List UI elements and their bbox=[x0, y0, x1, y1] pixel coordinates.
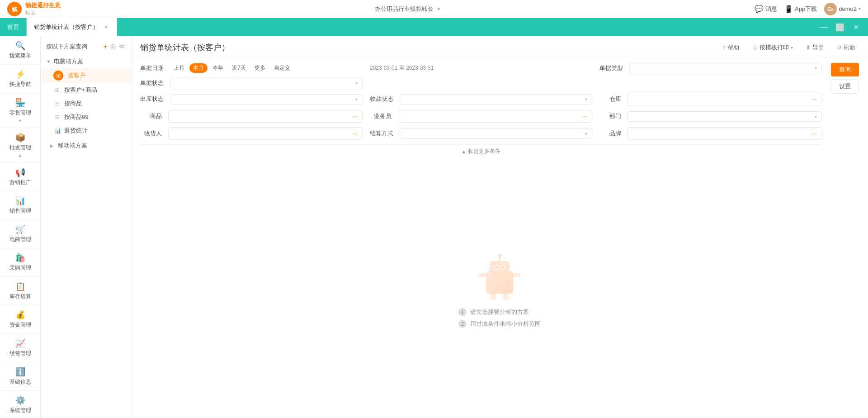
query-btn[interactable]: 查询 bbox=[831, 63, 859, 76]
filter-out-status: 出库状态 ▾ bbox=[140, 94, 363, 104]
user-profile[interactable]: Ea demo2 ▾ bbox=[824, 3, 861, 15]
purchase-icon: 🛍️ bbox=[15, 253, 25, 263]
tab-bar-actions: — ⬜ ✕ bbox=[817, 21, 868, 33]
system-icon: ⚙️ bbox=[15, 395, 25, 405]
logo-icon: 畅 bbox=[7, 2, 22, 16]
date-tab-this-month[interactable]: 本月 bbox=[189, 63, 208, 73]
tree-group-mobile-label[interactable]: ▶ 移动端方案 bbox=[41, 139, 131, 152]
inventory-icon: 📋 bbox=[15, 281, 25, 291]
retail-icon: 🏪 bbox=[15, 98, 25, 108]
tab-close-window-btn[interactable]: ✕ bbox=[850, 21, 863, 33]
export-btn[interactable]: ⬇ 导出 bbox=[802, 42, 828, 53]
tree-item-return-stats[interactable]: 📊 退货统计 bbox=[41, 124, 131, 138]
active-dot: 按 bbox=[53, 71, 63, 81]
sidebar-item-quick-nav[interactable]: ⚡ 快捷导航 bbox=[0, 65, 40, 93]
industry-selector[interactable]: 办公用品行业模拟账套 ▾ bbox=[375, 5, 440, 13]
svg-rect-11 bbox=[512, 273, 520, 277]
refresh-btn[interactable]: ↺ 刷新 bbox=[833, 42, 859, 53]
doc-status-select[interactable]: ▾ bbox=[170, 78, 363, 88]
sidebar-item-ecommerce[interactable]: 🛒 电商管理 bbox=[0, 220, 40, 248]
add-scheme-btn[interactable]: + bbox=[104, 43, 108, 51]
tab-minimize-btn[interactable]: — bbox=[817, 21, 830, 33]
out-status-select[interactable]: ▾ bbox=[170, 94, 363, 104]
empty-illustration bbox=[472, 248, 527, 303]
dept-chevron: ▾ bbox=[815, 114, 817, 119]
sidebar: 🔍 搜索菜单 ⚡ 快捷导航 🏪 零售管理 ▾ 📦 批发管理 ▲ 📢 营销推广 bbox=[0, 36, 41, 418]
sidebar-item-retail[interactable]: 🏪 零售管理 ▾ bbox=[0, 93, 40, 128]
dept-label: 部门 bbox=[599, 112, 625, 120]
operations-icon: 📈 bbox=[15, 338, 25, 348]
filter-product: 商品 ··· bbox=[140, 110, 363, 123]
filter-grid: 单据日期 上月 本月 本年 近7天 更多 自定义 2023-03-0 bbox=[140, 63, 822, 158]
tree-item-by-customer[interactable]: 按 按客户 bbox=[41, 68, 131, 83]
help-icon: ? bbox=[722, 44, 726, 51]
sidebar-item-marketing[interactable]: 📢 营销推广 bbox=[0, 163, 40, 191]
panel-header-actions: + ◎ ≪ bbox=[104, 43, 125, 51]
settlement-select[interactable]: ▾ bbox=[400, 128, 592, 139]
main-layout: 🔍 搜索菜单 ⚡ 快捷导航 🏪 零售管理 ▾ 📦 批发管理 ▲ 📢 营销推广 bbox=[0, 36, 868, 418]
sidebar-item-finance[interactable]: 💰 资金管理 bbox=[0, 305, 40, 334]
svg-rect-10 bbox=[479, 273, 487, 277]
tab-maximize-btn[interactable]: ⬜ bbox=[834, 21, 846, 33]
date-tab-more[interactable]: 更多 bbox=[251, 63, 269, 73]
tab-home[interactable]: 首页 bbox=[0, 18, 27, 36]
receiver-dots: ··· bbox=[352, 130, 358, 137]
date-label: 单据日期 bbox=[140, 64, 167, 72]
page-header: 销货单统计表（按客户） ? 帮助 🖨 按模板打印 ▾ ⬇ 导出 bbox=[131, 36, 868, 57]
tree-item-customer-product[interactable]: ⊞ 按客户+商品 bbox=[41, 83, 131, 97]
filter-section: 单据日期 上月 本月 本年 近7天 更多 自定义 2023-03-0 bbox=[131, 57, 868, 158]
tree-group-desktop-label[interactable]: ▼ 电脑端方案 bbox=[41, 55, 131, 68]
salesperson-dots: ··· bbox=[582, 113, 587, 120]
sidebar-item-inventory[interactable]: 📋 库存核算 bbox=[0, 277, 40, 305]
filter-payment-status: 收款状态 ▾ bbox=[370, 94, 592, 104]
tab-sales-stats[interactable]: 销货单统计表（按客户） ✕ bbox=[27, 18, 117, 36]
marketing-icon: 📢 bbox=[15, 167, 25, 177]
payment-status-select[interactable]: ▾ bbox=[400, 94, 592, 104]
date-tab-last-month[interactable]: 上月 bbox=[170, 63, 188, 73]
tab-close-btn[interactable]: ✕ bbox=[102, 24, 109, 31]
download-icon: 📱 bbox=[784, 5, 793, 13]
svg-rect-3 bbox=[490, 261, 509, 275]
help-btn[interactable]: ? 帮助 bbox=[719, 42, 743, 53]
receiver-label: 收货人 bbox=[140, 129, 165, 138]
filter-doc-status: 单据状态 ▾ bbox=[140, 78, 363, 88]
panel-header: 按以下方案查询 + ◎ ≪ bbox=[41, 40, 131, 53]
query-buttons: 查询 设置 bbox=[831, 63, 859, 94]
content-area: 销货单统计表（按客户） ? 帮助 🖨 按模板打印 ▾ ⬇ 导出 bbox=[131, 36, 868, 418]
tree-item-product-99[interactable]: ⊟ 按商品99 bbox=[41, 110, 131, 124]
brand-select[interactable]: ··· bbox=[627, 127, 822, 140]
out-status-chevron: ▾ bbox=[355, 97, 358, 102]
warehouse-label: 仓库 bbox=[599, 95, 625, 103]
collapse-bar[interactable]: ▲ 收起更多条件 bbox=[140, 144, 822, 158]
app-download-btn[interactable]: 📱 App下载 bbox=[784, 5, 817, 13]
doc-type-select[interactable]: ▾ bbox=[629, 63, 822, 73]
settings-btn[interactable]: 设置 bbox=[831, 79, 859, 94]
date-tab-custom[interactable]: 自定义 bbox=[270, 63, 294, 73]
avatar: Ea bbox=[824, 3, 837, 15]
tree-item-by-product[interactable]: ⊟ 按商品 bbox=[41, 97, 131, 110]
sidebar-item-basic-info[interactable]: ℹ️ 基础信息 bbox=[0, 362, 40, 391]
settings-scheme-btn[interactable]: ◎ bbox=[110, 43, 116, 51]
message-btn[interactable]: 💬 消息 bbox=[755, 5, 777, 13]
sidebar-item-sales-mgmt[interactable]: 📊 销售管理 bbox=[0, 191, 40, 220]
by-product-icon: ⊟ bbox=[53, 100, 61, 108]
sidebar-item-wholesale[interactable]: 📦 批发管理 ▲ bbox=[0, 128, 40, 163]
empty-hint-2: 2 用过滤条件来缩小分析范围 bbox=[458, 320, 541, 328]
sidebar-item-operations[interactable]: 📈 经营管理 bbox=[0, 334, 40, 362]
filter-row-2: 出库状态 ▾ 收款状态 ▾ bbox=[140, 93, 822, 105]
template-print-btn[interactable]: 🖨 按模板打印 ▾ bbox=[748, 42, 797, 53]
receiver-select[interactable]: ··· bbox=[168, 127, 363, 140]
sidebar-item-purchase[interactable]: 🛍️ 采购管理 bbox=[0, 248, 40, 277]
date-tab-this-year[interactable]: 本年 bbox=[209, 63, 227, 73]
finance-icon: 💰 bbox=[15, 310, 25, 320]
sidebar-item-search-menu[interactable]: 🔍 搜索菜单 bbox=[0, 36, 40, 65]
dept-select[interactable]: ▾ bbox=[627, 111, 822, 122]
salesperson-select[interactable]: ··· bbox=[398, 110, 592, 123]
sidebar-item-system[interactable]: ⚙️ 系统管理 bbox=[0, 391, 40, 418]
collapse-panel-btn[interactable]: ≪ bbox=[118, 43, 125, 51]
warehouse-select[interactable]: ··· bbox=[627, 93, 822, 105]
filter-receiver: 收货人 ··· bbox=[140, 127, 363, 140]
quick-nav-icon: ⚡ bbox=[15, 69, 25, 79]
date-tab-7days[interactable]: 近7天 bbox=[228, 63, 250, 73]
product-select[interactable]: ··· bbox=[168, 110, 363, 123]
